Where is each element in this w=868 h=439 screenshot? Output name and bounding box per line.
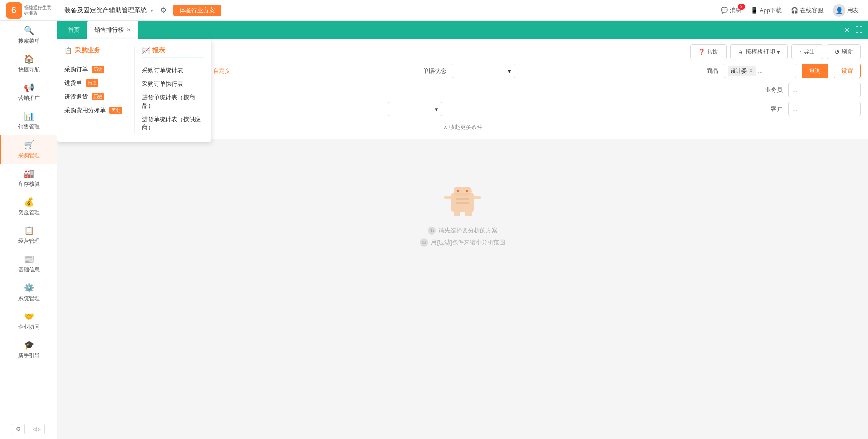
sidebar-settings-button[interactable]: ⚙ — [12, 424, 25, 434]
sidebar: 🔍 搜索菜单 🏠 快捷导航 📢 营销推广 📊 销售管理 🛒 采购管理 🏭 库存核… — [0, 21, 57, 439]
sidebar-item-inventory[interactable]: 🏭 库存核算 — [0, 164, 57, 192]
sidebar-label-basicinfo: 基础信息 — [18, 266, 40, 274]
dropdown-item-po-summary[interactable]: 采购订单统计表 — [142, 64, 205, 77]
topbar-middle: 装备及固定资产辅助管理系统 ▾ ⚙ 体验行业方案 — [57, 4, 721, 17]
svg-rect-5 — [456, 202, 469, 204]
print-icon: 🖨 — [738, 49, 744, 55]
sidebar-collapse-button[interactable]: ◁▷ — [29, 424, 45, 434]
sidebar-bottom: ⚙ ◁▷ — [0, 419, 57, 439]
user-label: 用友 — [847, 6, 859, 15]
settings-gear-button[interactable]: ⚙ — [157, 4, 170, 17]
message-button[interactable]: 💬 消息 9 — [721, 6, 741, 15]
user-menu-button[interactable]: 👤 用友 — [833, 4, 859, 17]
history-badge-po: 历史 — [92, 66, 104, 73]
sidebar-label-search: 搜索菜单 — [18, 37, 40, 45]
sidebar-item-basicinfo[interactable]: 📰 基础信息 — [0, 250, 57, 278]
tab-maximize-button[interactable]: ⛶ — [853, 24, 864, 36]
online-service-button[interactable]: 🎧 在线客服 — [791, 6, 824, 15]
content-area: 首页 销售排行榜 ✕ ✕ ⛶ ❓ 帮助 — [57, 21, 868, 439]
basicinfo-icon: 📰 — [24, 254, 34, 264]
app-logo-text: 畅捷通好生意 标准版 — [24, 5, 51, 16]
help-icon: ❓ — [698, 49, 705, 55]
date-custom-button[interactable]: 自定义 — [213, 67, 231, 75]
phone-icon: 📱 — [751, 7, 758, 14]
svg-point-2 — [457, 190, 459, 192]
online-service-label: 在线客服 — [800, 6, 824, 15]
app-download-label: App下载 — [760, 6, 782, 15]
sidebar-item-collaboration[interactable]: 🤝 企业协同 — [0, 307, 57, 335]
sidebar-label-marketing: 营销推广 — [18, 94, 40, 102]
finance-icon: 💰 — [24, 197, 34, 207]
sidebar-label-guide: 新手引导 — [18, 352, 40, 360]
dropdown-item-receipt-by-goods[interactable]: 进货单统计表（按商品） — [142, 91, 205, 113]
inventory-icon: 🏭 — [24, 168, 34, 178]
dropdown-item-purchase-receipt[interactable]: 进货单 历史 — [64, 76, 127, 90]
collapse-up-icon: ∧ — [444, 124, 448, 131]
app-logo-icon: 6 — [6, 2, 22, 19]
customer-input[interactable]: ... — [788, 102, 861, 116]
sidebar-label-collaboration: 企业协同 — [18, 323, 40, 331]
goods-label: 商品 — [707, 67, 718, 75]
message-icon: 💬 — [721, 7, 728, 14]
help-button[interactable]: ❓ 帮助 — [690, 44, 727, 59]
sidebar-label-sales: 销售管理 — [18, 123, 40, 131]
sidebar-label-system: 系统管理 — [18, 295, 40, 302]
sidebar-item-system[interactable]: ⚙️ 系统管理 — [0, 278, 57, 307]
dropdown-item-purchase-order[interactable]: 采购订单 历史 — [64, 63, 127, 76]
sidebar-item-search[interactable]: 🔍 搜索菜单 — [0, 21, 57, 49]
filter-dropdown[interactable]: ▾ — [388, 102, 442, 116]
dropdown-item-purchase-return[interactable]: 进货退货 历史 — [64, 90, 127, 104]
salesman-input[interactable]: ... — [788, 83, 861, 97]
system-dropdown-arrow[interactable]: ▾ — [151, 7, 153, 14]
refresh-icon: ↺ — [834, 49, 839, 55]
sidebar-item-operations[interactable]: 📋 经营管理 — [0, 221, 57, 250]
tab-home[interactable]: 首页 — [61, 21, 87, 39]
query-button[interactable]: 查询 — [802, 64, 828, 78]
dropdown-section-reports: 📈 报表 采购订单统计表 采购订单执行表 进货单统计表（按商品） 进货单统计表（… — [142, 46, 205, 134]
refresh-button[interactable]: ↺ 刷新 — [827, 44, 861, 59]
industry-button[interactable]: 体验行业方案 — [173, 5, 221, 16]
salesman-label: 业务员 — [765, 86, 783, 94]
sidebar-label-operations: 经营管理 — [18, 237, 40, 245]
empty-state: ① 请先选择要分析的方案 ② 用[过滤]条件来缩小分析范围 — [57, 141, 868, 283]
print-button[interactable]: 🖨 按模板打印 ▾ — [730, 44, 788, 59]
tab-close-icon[interactable]: ✕ — [127, 27, 131, 33]
sidebar-item-quicknav[interactable]: 🏠 快捷导航 — [0, 49, 57, 78]
sidebar-item-finance[interactable]: 💰 资金管理 — [0, 192, 57, 221]
history-badge-receipt: 历史 — [86, 79, 98, 87]
svg-rect-9 — [465, 212, 472, 216]
sidebar-label-quicknav: 快捷导航 — [18, 66, 40, 74]
sidebar-item-purchase[interactable]: 🛒 采购管理 — [0, 135, 57, 164]
export-button[interactable]: ↑ 导出 — [791, 44, 824, 59]
tab-close-all-button[interactable]: ✕ — [842, 24, 852, 36]
empty-hint-1: ① 请先选择要分析的方案 — [428, 227, 497, 235]
tab-sales-ranking-label: 销售排行榜 — [94, 26, 124, 34]
dropdown-item-purchase-expense[interactable]: 采购费用分摊单 历史 — [64, 104, 127, 117]
topbar-right: 💬 消息 9 📱 App下载 🎧 在线客服 👤 用友 — [721, 4, 868, 17]
sidebar-item-guide[interactable]: 🎓 新手引导 — [0, 335, 57, 364]
main-layout: 🔍 搜索菜单 🏠 快捷导航 📢 营销推广 📊 销售管理 🛒 采购管理 🏭 库存核… — [0, 21, 868, 439]
sidebar-item-marketing[interactable]: 📢 营销推广 — [0, 78, 57, 107]
sales-icon: 📊 — [24, 111, 34, 121]
reports-section-icon: 📈 — [142, 47, 150, 54]
system-title: 装备及固定资产辅助管理系统 — [64, 6, 147, 15]
purchase-dropdown-menu: 📋 采购业务 采购订单 历史 进货单 历史 进货退货 历史 — [57, 39, 211, 142]
svg-rect-6 — [444, 196, 451, 199]
guide-icon: 🎓 — [24, 340, 34, 350]
dropdown-sections: 📋 采购业务 采购订单 历史 进货单 历史 进货退货 历史 — [64, 46, 204, 134]
voucher-status-select[interactable]: ▾ — [452, 64, 515, 78]
svg-rect-1 — [454, 187, 472, 196]
sidebar-item-sales[interactable]: 📊 销售管理 — [0, 107, 57, 135]
tab-sales-ranking[interactable]: 销售排行榜 ✕ — [87, 21, 138, 39]
purchase-section-icon: 📋 — [64, 47, 72, 54]
app-download-button[interactable]: 📱 App下载 — [751, 6, 782, 15]
dropdown-item-po-execution[interactable]: 采购订单执行表 — [142, 77, 205, 91]
set-button[interactable]: 设置 — [834, 64, 861, 78]
user-avatar: 👤 — [833, 4, 845, 17]
marketing-icon: 📢 — [24, 83, 34, 93]
goods-tag-close[interactable]: ✕ — [749, 68, 753, 74]
dropdown-item-receipt-by-supplier[interactable]: 进货单统计表（按供应商） — [142, 113, 205, 134]
filter-dropdown-arrow: ▾ — [435, 106, 438, 113]
headset-icon: 🎧 — [791, 7, 798, 14]
goods-input[interactable]: 设计委 ✕ ... — [724, 64, 796, 78]
